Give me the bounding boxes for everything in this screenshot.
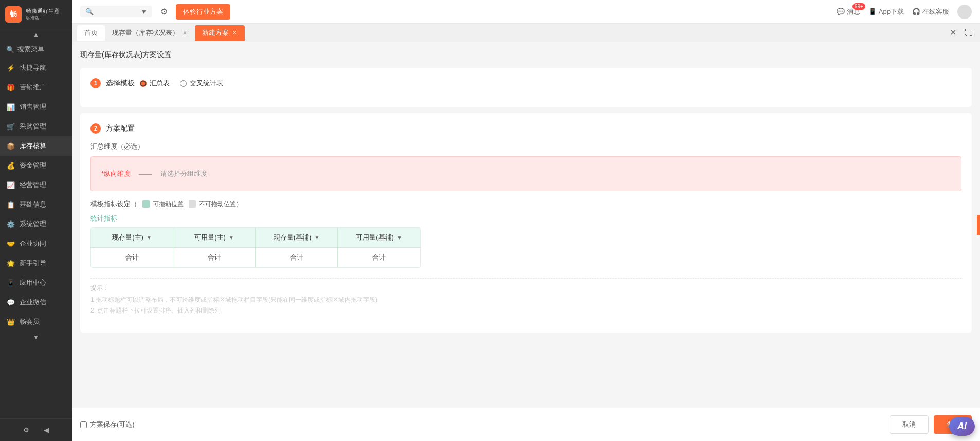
tab-new-plan-close[interactable]: × xyxy=(232,30,238,36)
messages-badge: 99+ xyxy=(852,3,865,10)
topbar-search[interactable]: 🔍 ▼ xyxy=(80,6,152,17)
sidebar-item-label: 企业协同 xyxy=(20,239,46,248)
sidebar-item-inventory[interactable]: 📦 库存核算 xyxy=(0,136,72,156)
sidebar-item-label: 畅会员 xyxy=(20,317,40,326)
step1-header: 1 选择模板 汇总表 交叉统计表 xyxy=(90,78,961,88)
sidebar-item-label: 库存核算 xyxy=(20,141,46,151)
stats-col-header-1[interactable]: 可用量(主) ▼ xyxy=(173,228,255,248)
sidebar-item-app-center[interactable]: 📱 应用中心 xyxy=(0,273,72,292)
resize-handle[interactable] xyxy=(977,215,980,235)
col-header-text-2: 现存量(基辅) xyxy=(274,233,312,242)
tab-inventory-close[interactable]: × xyxy=(182,30,188,36)
sidebar-item-label: 基础信息 xyxy=(20,200,46,209)
window-expand-btn[interactable]: ⛶ xyxy=(963,26,975,40)
online-service-label: 在线客服 xyxy=(922,7,949,16)
radio-cross-input[interactable] xyxy=(180,80,187,87)
stats-col-0: 现存量(主) ▼ xyxy=(91,228,173,248)
app-download-label: App下载 xyxy=(879,7,904,16)
cancel-button[interactable]: 取消 xyxy=(890,415,929,434)
fixed-label: 不可拖动位置） xyxy=(199,200,242,209)
sidebar-item-marketing[interactable]: 🎁 营销推广 xyxy=(0,78,72,97)
window-close-btn[interactable]: ✕ xyxy=(948,26,958,40)
stats-col-3: 可用量(基辅) ▼ xyxy=(338,228,420,248)
stats-table-header: 现存量(主) ▼ 可用量(主) ▼ 现存量(基辅 xyxy=(91,228,420,248)
sidebar-item-search[interactable]: 🔍 搜索菜单 xyxy=(0,41,72,58)
hint-section: 提示： 1.拖动标题栏可以调整布局，不可跨维度或指标区域拖动栏目字段(只能在同一… xyxy=(90,278,961,322)
topbar: 🔍 ▼ ⚙ 体验行业方案 💬 消息 99+ 📱 App下载 🎧 在线客服 xyxy=(72,0,980,24)
topbar-search-icon: 🔍 xyxy=(85,8,94,15)
operations-icon: 📈 xyxy=(6,180,15,190)
sidebar-item-quick-nav[interactable]: ⚡ 快捷导航 xyxy=(0,58,72,78)
col-arrow-0[interactable]: ▼ xyxy=(147,235,152,241)
app-logo: 畅 畅康通好生意 标准版 xyxy=(0,0,72,29)
dimension-box[interactable]: *纵向维度 —— 请选择分组维度 xyxy=(90,156,961,191)
sidebar-scroll-up[interactable]: ▲ xyxy=(0,29,72,41)
stats-col-header-0[interactable]: 现存量(主) ▼ xyxy=(91,228,173,248)
newbie-icon: 🌟 xyxy=(6,259,15,268)
sidebar-item-label: 新手引导 xyxy=(20,259,46,268)
user-avatar[interactable] xyxy=(957,5,972,19)
sidebar-item-newbie[interactable]: 🌟 新手引导 xyxy=(0,253,72,273)
topbar-gear-btn[interactable]: ⚙ xyxy=(158,5,170,19)
enterprise-icon: 🤝 xyxy=(6,239,15,248)
stats-col-1: 可用量(主) ▼ xyxy=(173,228,256,248)
stats-col-header-3[interactable]: 可用量(基辅) ▼ xyxy=(338,228,420,248)
tab-home[interactable]: 首页 xyxy=(77,25,105,41)
draggable-toggle-box xyxy=(142,200,150,208)
sidebar-bottom-bar: ⚙ ◀ xyxy=(0,418,72,441)
sidebar-item-purchase[interactable]: 🛒 采购管理 xyxy=(0,117,72,136)
sidebar-item-basic-info[interactable]: 📋 基础信息 xyxy=(0,195,72,214)
topbar-dropdown-btn[interactable]: ▼ xyxy=(141,8,147,15)
step2-title: 方案配置 xyxy=(106,124,135,133)
col-arrow-1[interactable]: ▼ xyxy=(229,235,234,241)
sales-icon: 📊 xyxy=(6,102,15,112)
sidebar-item-system[interactable]: ⚙️ 系统管理 xyxy=(0,214,72,234)
stats-body-col-3: 合计 xyxy=(338,248,420,267)
sidebar-item-label: 营销推广 xyxy=(20,83,46,92)
tab-new-plan[interactable]: 新建方案 × xyxy=(195,25,245,41)
save-checkbox-label[interactable]: 方案保存(可选) xyxy=(80,420,135,429)
step1-section: 1 选择模板 汇总表 交叉统计表 xyxy=(80,68,972,107)
stats-col-2: 现存量(基辅) ▼ xyxy=(256,228,338,248)
radio-cross[interactable]: 交叉统计表 xyxy=(180,79,223,88)
online-service-btn[interactable]: 🎧 在线客服 xyxy=(912,7,949,16)
stats-body-col-1: 合计 xyxy=(173,248,256,267)
ai-badge[interactable]: Ai xyxy=(949,417,975,436)
stats-col-header-2[interactable]: 现存量(基辅) ▼ xyxy=(256,228,337,248)
sidebar-collapse-btn[interactable]: ◀ xyxy=(38,423,55,437)
tab-home-label: 首页 xyxy=(84,28,98,38)
phone-icon: 📱 xyxy=(868,8,877,15)
sidebar-scroll-down[interactable]: ▼ xyxy=(0,332,72,343)
messages-btn[interactable]: 💬 消息 99+ xyxy=(837,7,860,16)
app-version: 标准版 xyxy=(26,15,60,22)
member-icon: 👑 xyxy=(6,317,15,326)
inventory-icon: 📦 xyxy=(6,141,15,151)
save-checkbox-input[interactable] xyxy=(80,421,87,428)
col-arrow-3[interactable]: ▼ xyxy=(397,235,402,241)
sidebar-item-wechat[interactable]: 💬 企业微信 xyxy=(0,292,72,312)
sidebar-item-operations[interactable]: 📈 经营管理 xyxy=(0,175,72,195)
sidebar-item-finance[interactable]: 💰 资金管理 xyxy=(0,156,72,175)
required-label: 汇总维度（必选） xyxy=(90,142,961,151)
page-title: 现存量(库存状况表)方案设置 xyxy=(80,50,972,60)
indicator-header: 模板指标设定（ 可拖动位置 不可拖动位置） xyxy=(90,199,961,209)
sidebar-item-sales[interactable]: 📊 销售管理 xyxy=(0,97,72,117)
col-arrow-2[interactable]: ▼ xyxy=(314,235,319,241)
trial-btn[interactable]: 体验行业方案 xyxy=(176,4,230,20)
sidebar-settings-btn[interactable]: ⚙ xyxy=(17,423,35,437)
stats-body-cell-0: 合计 xyxy=(91,248,173,267)
search-icon: 🔍 xyxy=(6,46,14,53)
app-download-btn[interactable]: 📱 App下载 xyxy=(868,7,904,16)
hint-title: 提示： xyxy=(90,284,961,292)
radio-summary-input[interactable] xyxy=(140,80,147,87)
stats-body-cell-3: 合计 xyxy=(338,248,420,267)
sidebar-item-enterprise[interactable]: 🤝 企业协同 xyxy=(0,234,72,253)
sidebar-item-label: 经营管理 xyxy=(20,180,46,190)
tab-inventory[interactable]: 现存量（库存状况表） × xyxy=(105,25,195,41)
radio-summary[interactable]: 汇总表 xyxy=(140,79,170,88)
indicator-section: 模板指标设定（ 可拖动位置 不可拖动位置） 统计指标 xyxy=(90,199,961,322)
sidebar-item-member[interactable]: 👑 畅会员 xyxy=(0,312,72,332)
finance-icon: 💰 xyxy=(6,161,15,170)
topbar-search-input[interactable] xyxy=(97,8,138,15)
stats-body-col-2: 合计 xyxy=(256,248,338,267)
